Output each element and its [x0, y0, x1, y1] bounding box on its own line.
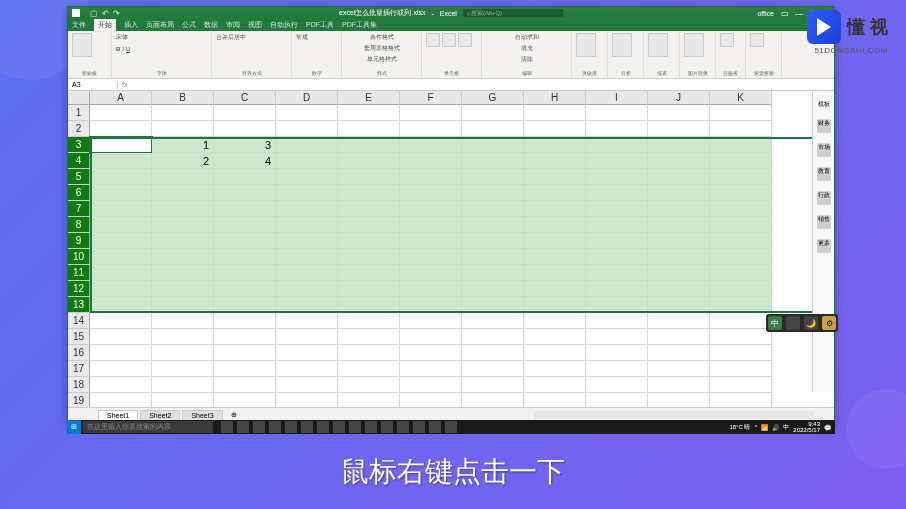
taskbar-app-icon[interactable] — [381, 421, 393, 433]
col-header[interactable]: F — [400, 91, 462, 105]
row-header[interactable]: 4 — [68, 153, 90, 169]
menu-home[interactable]: 开始 — [94, 18, 116, 32]
notification-icon[interactable]: 💬 — [824, 424, 831, 431]
ribbon-options-icon[interactable]: ▭ — [778, 7, 792, 19]
menu-layout[interactable]: 页面布局 — [146, 20, 174, 30]
tray-wifi-icon[interactable]: 📶 — [761, 424, 768, 431]
select-all-corner[interactable] — [68, 91, 90, 105]
ime-moon-icon[interactable]: 🌙 — [804, 316, 818, 330]
word-icon[interactable] — [397, 421, 409, 433]
row-header[interactable]: 18 — [68, 377, 90, 393]
row-header[interactable]: 7 — [68, 201, 90, 217]
col-header[interactable]: H — [524, 91, 586, 105]
name-box[interactable]: A3 — [68, 81, 118, 88]
paste-icon[interactable] — [72, 33, 92, 57]
clock-date[interactable]: 2022/5/17 — [793, 427, 820, 433]
wechat-icon[interactable] — [365, 421, 377, 433]
ime-punct-button[interactable] — [786, 316, 800, 330]
col-header[interactable]: D — [276, 91, 338, 105]
bold-icon[interactable]: B — [116, 46, 120, 52]
qat-redo-icon[interactable]: ↷ — [113, 9, 120, 18]
col-header[interactable]: J — [648, 91, 710, 105]
table-format-button[interactable]: 套用表格格式 — [364, 44, 400, 53]
row-header[interactable]: 10 — [68, 249, 90, 265]
sheet-tab[interactable]: Sheet1 — [98, 410, 138, 420]
ime-cn-button[interactable]: 中 — [768, 316, 782, 330]
col-header[interactable]: K — [710, 91, 772, 105]
col-header[interactable]: C — [214, 91, 276, 105]
insert-cells-icon[interactable] — [426, 33, 440, 47]
col-header[interactable]: I — [586, 91, 648, 105]
merge-button[interactable]: 合并后居中 — [216, 33, 246, 42]
row-header[interactable]: 14 — [68, 313, 90, 329]
col-header[interactable]: G — [462, 91, 524, 105]
underline-icon[interactable]: U — [126, 46, 130, 52]
analyze-icon[interactable] — [612, 33, 632, 57]
row-header[interactable]: 12 — [68, 281, 90, 297]
weather-widget[interactable]: 18°C 晴 — [729, 423, 750, 432]
row-header[interactable]: 13 — [68, 297, 90, 313]
col-header[interactable]: A — [90, 91, 152, 105]
menu-data[interactable]: 数据 — [204, 20, 218, 30]
number-format-select[interactable]: 常规 — [296, 33, 308, 42]
row-header[interactable]: 2 — [68, 121, 90, 137]
row-header[interactable]: 5 — [68, 169, 90, 185]
row-header[interactable]: 8 — [68, 217, 90, 233]
row-header[interactable]: 6 — [68, 185, 90, 201]
side-sales-icon[interactable]: 销售 — [817, 215, 831, 229]
row-header[interactable]: 17 — [68, 361, 90, 377]
qat-save-icon[interactable]: ▢ — [90, 9, 98, 18]
add-sheet-button[interactable]: ⊕ — [231, 411, 237, 419]
addin-icon[interactable] — [750, 33, 764, 47]
row-header[interactable]: 11 — [68, 265, 90, 281]
autosum-button[interactable]: 自动求和 — [515, 33, 539, 42]
title-search[interactable]: ⌕ 搜索(Alt+Q) — [463, 9, 563, 17]
tray-chevron-icon[interactable]: ^ — [754, 424, 757, 430]
side-more-icon[interactable]: 更多 — [817, 239, 831, 253]
taskbar-app-icon[interactable] — [269, 421, 281, 433]
taskbar-app-icon[interactable] — [333, 421, 345, 433]
explorer-icon[interactable] — [285, 421, 297, 433]
taskbar-app-icon[interactable] — [429, 421, 441, 433]
cortana-icon[interactable] — [237, 421, 249, 433]
ime-settings-button[interactable]: ⚙ — [822, 316, 836, 330]
horizontal-scrollbar[interactable] — [534, 411, 814, 419]
fill-button[interactable]: 填充 — [521, 44, 533, 53]
cond-format-button[interactable]: 条件格式 — [370, 33, 394, 42]
sheet-tab[interactable]: Sheet2 — [140, 410, 180, 420]
task-view-icon[interactable] — [221, 421, 233, 433]
delete-cells-icon[interactable] — [442, 33, 456, 47]
menu-insert[interactable]: 插入 — [124, 20, 138, 30]
store-icon[interactable] — [301, 421, 313, 433]
cloud-icon[interactable] — [720, 33, 734, 47]
font-name-select[interactable]: 宋体 — [116, 33, 128, 42]
mail-icon[interactable] — [317, 421, 329, 433]
report-icon[interactable] — [648, 33, 668, 57]
start-button[interactable]: ⊞ — [67, 420, 81, 434]
sheet-tab[interactable]: Sheet3 — [182, 410, 222, 420]
sensitivity-icon[interactable] — [576, 33, 596, 57]
qat-undo-icon[interactable]: ↶ — [102, 9, 109, 18]
menu-view[interactable]: 视图 — [248, 20, 262, 30]
menu-formula[interactable]: 公式 — [182, 20, 196, 30]
browser-icon[interactable] — [349, 421, 361, 433]
cells-grid[interactable]: 13 24 — [90, 105, 834, 407]
tray-ime-icon[interactable]: 中 — [783, 423, 789, 432]
row-header[interactable]: 1 — [68, 105, 90, 121]
menu-pdf2[interactable]: PDF工具集 — [342, 20, 377, 30]
row-header[interactable]: 3 — [68, 137, 90, 153]
side-finance-icon[interactable]: 财务 — [817, 119, 831, 133]
tray-volume-icon[interactable]: 🔊 — [772, 424, 779, 431]
italic-icon[interactable]: I — [122, 46, 124, 52]
excel-taskbar-icon[interactable] — [413, 421, 425, 433]
account-label[interactable]: office — [757, 10, 774, 17]
side-edu-icon[interactable]: 教育 — [817, 167, 831, 181]
side-market-icon[interactable]: 市场 — [817, 143, 831, 157]
taskbar-search[interactable]: 在这里输入你要搜索的内容 — [83, 421, 213, 433]
row-header[interactable]: 15 — [68, 329, 90, 345]
minimize-button[interactable]: — — [792, 7, 806, 19]
col-header[interactable]: B — [152, 91, 214, 105]
fx-icon[interactable]: fx — [118, 81, 131, 88]
record-icon[interactable] — [445, 421, 457, 433]
edge-icon[interactable] — [253, 421, 265, 433]
